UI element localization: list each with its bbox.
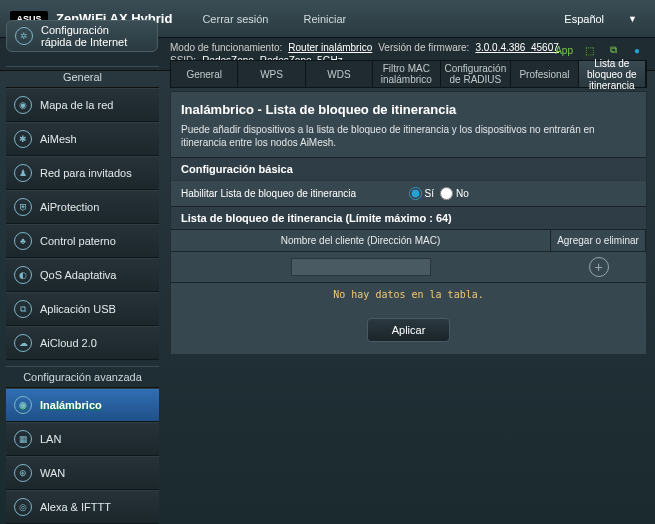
- app-label: App: [555, 42, 573, 58]
- nav-icon: ◉: [14, 396, 32, 414]
- apply-button[interactable]: Aplicar: [367, 318, 451, 342]
- sidebar-item-label: Control paterno: [40, 235, 116, 247]
- nav-icon: ▦: [14, 430, 32, 448]
- quickstart-line2: rápida de Internet: [41, 36, 127, 48]
- table-head-row: Nombre del cliente (Dirección MAC) Agreg…: [171, 229, 646, 251]
- sidebar-item[interactable]: ♟Red para invitados: [6, 156, 159, 190]
- nav-icon: ◎: [14, 498, 32, 516]
- add-button[interactable]: +: [589, 257, 609, 277]
- language-label: Español: [564, 13, 604, 25]
- empty-table-message: No hay datos en la tabla.: [171, 282, 646, 306]
- sidebar-item-label: AiCloud 2.0: [40, 337, 97, 349]
- sidebar-item[interactable]: ◉Mapa de la red: [6, 88, 159, 122]
- sidebar-item-label: Inalámbrico: [40, 399, 102, 411]
- sidebar-item-label: AiProtection: [40, 201, 99, 213]
- nav-icon: ⊕: [14, 464, 32, 482]
- sidebar-item-label: Alexa & IFTTT: [40, 501, 111, 513]
- mac-input[interactable]: [291, 258, 431, 276]
- logout-button[interactable]: Cerrar sesión: [202, 13, 268, 25]
- sidebar-item-label: WAN: [40, 467, 65, 479]
- tab[interactable]: General: [171, 61, 238, 87]
- status-icon-3[interactable]: ●: [629, 42, 645, 58]
- nav-icon: ☁: [14, 334, 32, 352]
- chevron-down-icon: ▼: [628, 14, 637, 24]
- panel-description: Puede añadir dispositivos a la lista de …: [171, 123, 646, 157]
- sidebar-item-label: Red para invitados: [40, 167, 132, 179]
- sidebar-item[interactable]: ⊕WAN: [6, 456, 159, 490]
- col-client-name: Nombre del cliente (Dirección MAC): [171, 230, 551, 251]
- nav-icon: ⛨: [14, 198, 32, 216]
- advanced-section-header: Configuración avanzada: [6, 366, 159, 388]
- sidebar: ✲ Configuración rápida de Internet Gener…: [0, 60, 165, 524]
- tab[interactable]: WDS: [306, 61, 373, 87]
- enable-no-option[interactable]: No: [440, 187, 469, 200]
- nav-icon: ◉: [14, 96, 32, 114]
- enable-no-radio[interactable]: [440, 187, 453, 200]
- fw-value-link[interactable]: 3.0.0.4.386_45607: [475, 42, 558, 53]
- language-selector[interactable]: Español ▼: [556, 10, 645, 28]
- sidebar-item[interactable]: ◎Alexa & IFTTT: [6, 490, 159, 524]
- col-action: Agregar o eliminar: [551, 230, 646, 251]
- sidebar-item[interactable]: ⛨AiProtection: [6, 190, 159, 224]
- status-icon-1[interactable]: ⬚: [581, 42, 597, 58]
- panel-title: Inalámbrico - Lista de bloqueo de itiner…: [171, 92, 646, 123]
- reboot-button[interactable]: Reiniciar: [303, 13, 346, 25]
- tab[interactable]: Configuración de RADIUS: [441, 61, 512, 87]
- sidebar-item[interactable]: ◉Inalámbrico: [6, 388, 159, 422]
- general-section-header: General: [6, 66, 159, 88]
- sidebar-item-label: AiMesh: [40, 133, 77, 145]
- sidebar-item[interactable]: ✱AiMesh: [6, 122, 159, 156]
- basic-config-header: Configuración básica: [171, 157, 646, 180]
- sidebar-item-label: Aplicación USB: [40, 303, 116, 315]
- sidebar-item[interactable]: ♣Control paterno: [6, 224, 159, 258]
- fw-label: Versión de firmware:: [378, 42, 469, 53]
- tab[interactable]: WPS: [238, 61, 305, 87]
- nav-icon: ♣: [14, 232, 32, 250]
- blocklist-table-header: Lista de bloqueo de itinerancia (Límite …: [171, 206, 646, 229]
- nav-icon: ✱: [14, 130, 32, 148]
- panel: Inalámbrico - Lista de bloqueo de itiner…: [170, 91, 647, 355]
- enable-row: Habilitar Lista de bloqueo de itineranci…: [171, 180, 646, 206]
- sidebar-item-label: LAN: [40, 433, 61, 445]
- sidebar-item[interactable]: ☁AiCloud 2.0: [6, 326, 159, 360]
- sidebar-item[interactable]: ▦LAN: [6, 422, 159, 456]
- mode-label: Modo de funcionamiento:: [170, 42, 282, 53]
- quickstart-line1: Configuración: [41, 24, 127, 36]
- enable-yes-radio[interactable]: [409, 187, 422, 200]
- gear-icon: ✲: [15, 27, 33, 45]
- tab[interactable]: Filtro MAC inalámbrico: [373, 61, 440, 87]
- no-label: No: [456, 188, 469, 199]
- sidebar-item[interactable]: ⧉Aplicación USB: [6, 292, 159, 326]
- tab-bar: GeneralWPSWDSFiltro MAC inalámbricoConfi…: [170, 60, 647, 88]
- sidebar-item-label: QoS Adaptativa: [40, 269, 116, 281]
- yes-label: Sí: [425, 188, 434, 199]
- status-icon-2[interactable]: ⧉: [605, 42, 621, 58]
- tab[interactable]: Lista de bloqueo de itinerancia: [579, 61, 646, 87]
- table-input-row: +: [171, 251, 646, 282]
- tab[interactable]: Profesional: [511, 61, 578, 87]
- nav-icon: ◐: [14, 266, 32, 284]
- mode-value-link[interactable]: Router inalámbrico: [288, 42, 372, 53]
- nav-icon: ♟: [14, 164, 32, 182]
- sidebar-item-label: Mapa de la red: [40, 99, 113, 111]
- main-content: GeneralWPSWDSFiltro MAC inalámbricoConfi…: [170, 60, 647, 355]
- enable-yes-option[interactable]: Sí: [409, 187, 434, 200]
- enable-label: Habilitar Lista de bloqueo de itineranci…: [181, 188, 409, 199]
- quickstart-button[interactable]: ✲ Configuración rápida de Internet: [6, 20, 158, 52]
- sidebar-item[interactable]: ◐QoS Adaptativa: [6, 258, 159, 292]
- nav-icon: ⧉: [14, 300, 32, 318]
